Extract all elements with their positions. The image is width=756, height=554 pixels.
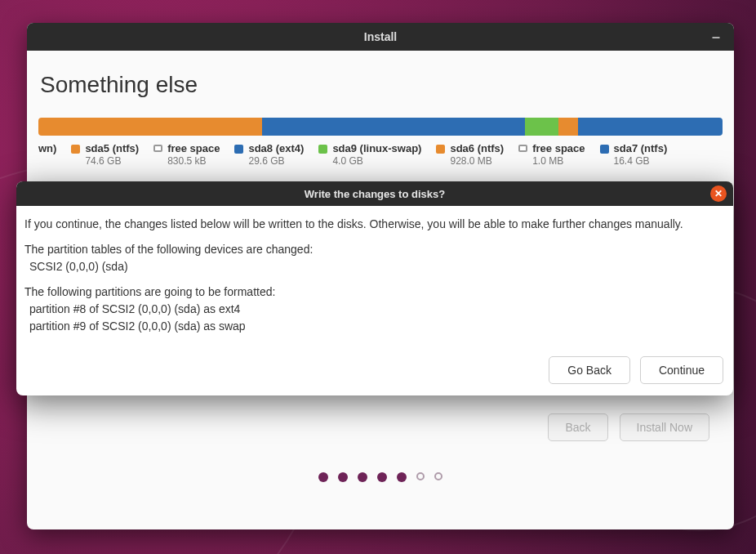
dialog-body: If you continue, the changes listed belo… <box>16 206 733 355</box>
progress-dots <box>27 472 734 482</box>
tables-list: SCSI2 (0,0,0) (sda) <box>24 258 723 275</box>
format-list-2: partition #9 of SCSI2 (0,0,0) (sda) as s… <box>24 318 723 335</box>
legend-label: free space830.5 kB <box>167 142 220 168</box>
progress-dot-filled <box>318 472 328 482</box>
format-heading: The following partitions are going to be… <box>24 284 723 301</box>
format-list-1: partition #8 of SCSI2 (0,0,0) (sda) as e… <box>24 301 723 318</box>
dialog-title: Write the changes to disks? <box>305 188 445 200</box>
usage-segment <box>525 118 558 136</box>
tables-heading: The partition tables of the following de… <box>24 241 723 258</box>
progress-dot-filled <box>377 472 387 482</box>
legend-item: sda9 (linux-swap)4.0 GB <box>318 142 421 168</box>
dialog-intro: If you continue, the changes listed belo… <box>24 216 723 233</box>
dialog-buttons: Go Back Continue <box>16 355 733 395</box>
progress-dot-filled <box>338 472 348 482</box>
legend-label: sda7 (ntfs)16.4 GB <box>614 142 668 168</box>
back-button[interactable]: Back <box>548 413 607 441</box>
partition-usage: wn)sda5 (ntfs)74.6 GBfree space830.5 kBs… <box>38 118 723 168</box>
confirm-write-dialog: Write the changes to disks? ✕ If you con… <box>16 181 733 395</box>
legend-label: sda6 (ntfs)928.0 MB <box>450 142 504 168</box>
main-buttons: Back Install Now <box>548 413 709 441</box>
legend-item: sda8 (ext4)29.6 GB <box>234 142 304 168</box>
legend-item: wn) <box>38 142 56 168</box>
legend-item: sda7 (ntfs)16.4 GB <box>600 142 668 168</box>
legend-swatch <box>318 145 327 154</box>
legend-swatch <box>71 145 80 154</box>
legend-label: sda8 (ext4)29.6 GB <box>248 142 304 168</box>
partition-legend: wn)sda5 (ntfs)74.6 GBfree space830.5 kBs… <box>38 142 723 168</box>
usage-segment <box>578 118 723 136</box>
usage-bar <box>38 118 723 136</box>
install-now-button[interactable]: Install Now <box>620 413 709 441</box>
legend-item: free space1.0 MB <box>518 142 585 168</box>
legend-label: sda9 (linux-swap)4.0 GB <box>332 142 421 168</box>
legend-prefix: wn) <box>38 142 56 154</box>
usage-segment <box>38 118 262 136</box>
usage-segment <box>262 118 525 136</box>
continue-button[interactable]: Continue <box>640 356 723 384</box>
progress-dot-hollow <box>416 472 425 480</box>
legend-item: sda6 (ntfs)928.0 MB <box>436 142 504 168</box>
legend-swatch <box>234 145 243 154</box>
progress-dot-hollow <box>434 472 442 480</box>
usage-segment <box>558 118 578 136</box>
minimize-icon[interactable]: – <box>709 30 723 43</box>
legend-item: free space830.5 kB <box>153 142 220 168</box>
close-icon[interactable]: ✕ <box>710 185 727 202</box>
titlebar: Install – <box>27 23 734 51</box>
legend-label: free space1.0 MB <box>532 142 585 168</box>
legend-label: sda5 (ntfs)74.6 GB <box>85 142 139 168</box>
legend-item: sda5 (ntfs)74.6 GB <box>71 142 139 168</box>
progress-dot-filled <box>358 472 367 482</box>
legend-swatch <box>518 145 527 152</box>
go-back-button[interactable]: Go Back <box>549 356 630 384</box>
page-title: Something else <box>40 72 723 98</box>
legend-swatch <box>600 145 609 154</box>
window-title: Install <box>364 30 397 43</box>
legend-swatch <box>436 145 445 154</box>
progress-dot-filled <box>397 472 407 482</box>
dialog-titlebar: Write the changes to disks? ✕ <box>16 181 733 206</box>
legend-swatch <box>153 145 162 152</box>
